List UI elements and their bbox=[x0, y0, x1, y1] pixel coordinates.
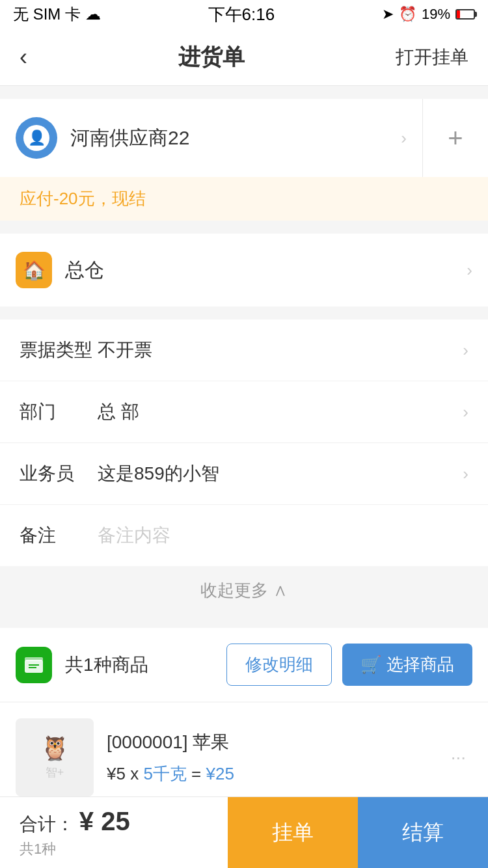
select-product-button[interactable]: 🛒 选择商品 bbox=[342, 644, 472, 686]
product-unit-price: ¥5 bbox=[107, 764, 126, 783]
product-more-button[interactable]: ··· bbox=[444, 740, 472, 774]
bottom-total: 合计： ¥ 25 共1种 bbox=[0, 807, 228, 859]
owl-logo-icon: 🦉 bbox=[40, 735, 70, 762]
product-info: [0000001] 苹果 ¥5 x 5千克 = ¥25 bbox=[107, 730, 431, 785]
product-title: 苹果 bbox=[193, 732, 229, 752]
select-product-label: 选择商品 bbox=[386, 653, 454, 676]
hang-button[interactable]: 挂单 bbox=[228, 797, 358, 869]
products-header: 共1种商品 修改明细 🛒 选择商品 bbox=[0, 628, 488, 701]
edit-detail-button[interactable]: 修改明细 bbox=[226, 644, 332, 686]
owl-text: 智+ bbox=[46, 765, 64, 780]
multiply-sign: x bbox=[130, 764, 143, 783]
dept-row[interactable]: 部门 总 部 › bbox=[0, 381, 488, 443]
total-count: 共1种 bbox=[20, 839, 208, 859]
remark-row[interactable]: 备注 备注内容 bbox=[0, 505, 488, 566]
dept-value: 总 部 bbox=[98, 400, 463, 424]
product-item: 🦉 智+ [0000001] 苹果 ¥5 x 5千克 = ¥25 ··· bbox=[0, 703, 488, 812]
products-actions: 修改明细 🛒 选择商品 bbox=[226, 644, 472, 686]
total-amount: ¥ 25 bbox=[79, 807, 130, 835]
page-title: 进货单 bbox=[178, 42, 245, 72]
back-button[interactable]: ‹ bbox=[20, 44, 27, 71]
chevron-right-icon: › bbox=[463, 402, 468, 422]
salesperson-label: 业务员 bbox=[20, 461, 98, 486]
svg-rect-1 bbox=[25, 657, 43, 661]
supplier-avatar: 👤 bbox=[16, 117, 57, 159]
supplier-section: 👤 河南供应商22 › + bbox=[0, 99, 488, 177]
product-qty: 5千克 bbox=[143, 764, 186, 783]
chevron-right-icon: › bbox=[463, 464, 468, 484]
status-bar-left: 无 SIM 卡 ☁ bbox=[13, 4, 101, 25]
dept-label: 部门 bbox=[20, 400, 98, 424]
form-section: 票据类型 不开票 › 部门 总 部 › 业务员 这是859的小智 › 备注 备注… bbox=[0, 319, 488, 566]
bottom-bar: 合计： ¥ 25 共1种 挂单 结算 bbox=[0, 796, 488, 868]
product-thumbnail: 🦉 智+ bbox=[16, 718, 94, 796]
status-bar-right: ➤ ⏰ 19% bbox=[382, 6, 475, 23]
add-supplier-button[interactable]: + bbox=[423, 99, 488, 177]
total-label: 合计： bbox=[20, 814, 74, 834]
chevron-right-icon: › bbox=[467, 260, 472, 280]
location-icon: ➤ bbox=[382, 6, 394, 23]
invoice-label: 票据类型 bbox=[20, 338, 98, 362]
invoice-value: 不开票 bbox=[98, 338, 463, 362]
battery-level: 19% bbox=[422, 6, 450, 23]
product-total: ¥25 bbox=[206, 764, 234, 783]
warehouse-section[interactable]: 🏠 总仓 › bbox=[0, 234, 488, 306]
remark-input[interactable]: 备注内容 bbox=[98, 523, 468, 548]
status-bar: 无 SIM 卡 ☁ 下午6:16 ➤ ⏰ 19% bbox=[0, 0, 488, 29]
chevron-right-icon: › bbox=[463, 340, 468, 360]
collapse-bar[interactable]: 收起更多 ∧ bbox=[0, 566, 488, 615]
warehouse-name: 总仓 bbox=[65, 257, 467, 284]
supplier-name: 河南供应商22 bbox=[70, 125, 401, 152]
open-hang-button[interactable]: 打开挂单 bbox=[396, 45, 468, 70]
salesperson-value: 这是859的小智 bbox=[98, 461, 463, 486]
warehouse-icon: 🏠 bbox=[16, 252, 52, 288]
supplier-select[interactable]: 👤 河南供应商22 › bbox=[0, 99, 423, 177]
cart-icon: 🛒 bbox=[360, 655, 381, 675]
invoice-type-row[interactable]: 票据类型 不开票 › bbox=[0, 319, 488, 381]
equals-sign: = bbox=[191, 764, 206, 783]
notice-bar: 应付-20元，现结 bbox=[0, 177, 488, 221]
nav-bar: ‹ 进货单 打开挂单 bbox=[0, 29, 488, 86]
checkout-button[interactable]: 结算 bbox=[358, 797, 488, 869]
remark-label: 备注 bbox=[20, 523, 98, 548]
product-price-row: ¥5 x 5千克 = ¥25 bbox=[107, 763, 431, 785]
svg-rect-0 bbox=[25, 660, 43, 673]
products-count: 共1种商品 bbox=[65, 653, 226, 677]
status-bar-time: 下午6:16 bbox=[208, 3, 275, 26]
product-name: [0000001] 苹果 bbox=[107, 730, 431, 755]
alarm-icon: ⏰ bbox=[399, 6, 416, 23]
products-icon bbox=[16, 647, 52, 683]
section-gap-1 bbox=[0, 86, 488, 99]
sim-label: 无 SIM 卡 ☁ bbox=[13, 4, 101, 25]
salesperson-row[interactable]: 业务员 这是859的小智 › bbox=[0, 443, 488, 505]
chevron-right-icon: › bbox=[401, 128, 407, 148]
product-code: [0000001] bbox=[107, 732, 188, 752]
battery-icon bbox=[455, 9, 475, 20]
avatar-icon: 👤 bbox=[23, 125, 49, 151]
